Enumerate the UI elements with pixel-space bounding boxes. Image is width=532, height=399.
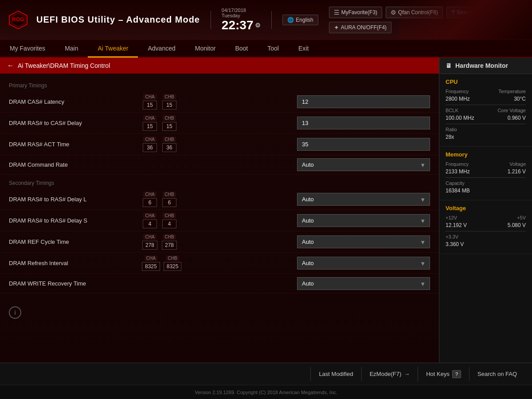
nav-main[interactable]: Main (55, 40, 88, 58)
ras-ras-s-control: Auto ▼ (297, 214, 430, 227)
hw-mem-freq-value: 2133 MHz (446, 168, 470, 175)
ref-cycle-select[interactable]: Auto (297, 235, 430, 248)
ref-cycle-cha-label: CHA (143, 234, 156, 240)
info-icon[interactable]: i (9, 306, 21, 319)
language-button[interactable]: 🌐 English (282, 15, 318, 25)
qfan-label: Qfan Control(F6) (398, 9, 438, 16)
ras-ras-l-select[interactable]: Auto (297, 193, 430, 206)
hw-ratio-value-row: 28x (446, 134, 526, 140)
hw-bclk-value-row: 100.00 MHz 0.960 V (446, 115, 526, 121)
hw-12v-label: +12V (446, 215, 457, 220)
ras-cas-chb-label: CHB (163, 115, 176, 121)
write-recovery-control: Auto ▼ (297, 277, 430, 290)
refresh-interval-chb-value: 8325 (164, 262, 182, 271)
hw-capacity-value: 16384 MB (446, 188, 470, 194)
refresh-interval-chb-label: CHB (166, 255, 179, 261)
hw-bclk-label: BCLK (446, 108, 458, 113)
aura-icon: ✦ (334, 24, 339, 31)
refresh-interval-select-wrapper: Auto ▼ (297, 257, 430, 270)
hotkeys-key-badge: ? (452, 370, 461, 378)
ras-to-cas-input[interactable] (297, 117, 430, 129)
write-recovery-label: DRAM WRITE Recovery Time (9, 280, 133, 287)
hw-cpu-title: CPU (446, 78, 526, 85)
ras-ras-s-chb-badge: CHB 4 (161, 213, 177, 228)
ras-ras-s-select[interactable]: Auto (297, 214, 430, 227)
ras-act-label: DRAM RAS# ACT Time (9, 141, 133, 148)
cas-latency-label: DRAM CAS# Latency (9, 98, 133, 105)
hw-cpu-section: CPU Frequency Temperature 2800 MHz 30°C … (439, 74, 532, 147)
nav-ai-tweaker[interactable]: Ai Tweaker (88, 40, 138, 58)
header-date: 04/17/2018 Tuesday (222, 8, 261, 18)
ref-cycle-channels: CHA 278 CHB 278 (142, 234, 177, 250)
header: ROG UEFI BIOS Utility – Advanced Mode 04… (0, 0, 532, 40)
setting-row-command-rate: DRAM Command Rate Auto 1T 2T ▼ (0, 155, 439, 175)
ras-ras-s-cha-value: 4 (143, 219, 157, 228)
hw-mem-freq-value-row: 2133 MHz 1.216 V (446, 168, 526, 175)
ras-act-cha-value: 36 (143, 143, 157, 152)
write-recovery-select[interactable]: Auto (297, 277, 430, 290)
search-faq-button[interactable]: Search on FAQ (469, 367, 525, 381)
nav-monitor[interactable]: Monitor (185, 40, 226, 58)
cas-latency-input[interactable] (297, 95, 430, 108)
ras-ras-l-chb-label: CHB (163, 192, 176, 197)
hw-bclk-row: BCLK Core Voltage (446, 108, 526, 113)
hw-capacity-row: Capacity (446, 180, 526, 186)
ras-ras-l-chb-value: 6 (162, 198, 176, 207)
header-buttons: ☰ MyFavorite(F3) ⚙ Qfan Control(F6) ? Se… (329, 7, 525, 33)
qfan-button[interactable]: ⚙ Qfan Control(F6) (386, 7, 443, 18)
star-icon: ☰ (334, 9, 340, 16)
settings-gear-icon[interactable]: ⚙ (255, 22, 261, 29)
ezmode-arrow-icon: → (404, 371, 410, 377)
search-faq-label: Search on FAQ (477, 371, 517, 377)
myfavorite-button[interactable]: ☰ MyFavorite(F3) (329, 7, 382, 18)
search-label: Search(F9) (457, 9, 483, 16)
search-button[interactable]: ? Search(F9) (446, 7, 488, 18)
nav-tool[interactable]: Tool (258, 40, 289, 58)
back-arrow-icon[interactable]: ← (7, 62, 14, 70)
ref-cycle-chb-label: CHB (163, 234, 176, 240)
ras-ras-l-control: Auto ▼ (297, 193, 430, 206)
hw-core-volt-value: 0.960 V (508, 115, 526, 121)
ref-cycle-cha-badge: CHA 278 (142, 234, 158, 250)
command-rate-select[interactable]: Auto 1T 2T (297, 158, 430, 171)
hw-ratio-row: Ratio (446, 127, 526, 132)
cas-latency-channels: CHA 15 CHB 15 (142, 94, 177, 110)
nav-my-favorites[interactable]: My Favorites (0, 40, 55, 58)
refresh-interval-select[interactable]: Auto (297, 257, 430, 270)
nav-advanced[interactable]: Advanced (138, 40, 185, 58)
hw-mem-freq-label: Frequency (446, 161, 469, 167)
hw-voltage-title: Voltage (446, 205, 526, 211)
nav-boot[interactable]: Boot (225, 40, 258, 58)
cas-cha-value: 15 (143, 101, 157, 110)
language-label: English (296, 17, 313, 23)
ras-ras-l-cha-badge: CHA 6 (142, 192, 158, 207)
ras-act-input[interactable] (297, 138, 430, 151)
hw-12v-value-row: 12.192 V 5.080 V (446, 222, 526, 228)
myfavorite-label: MyFavorite(F3) (341, 9, 377, 16)
info-icon-area: i (0, 297, 439, 328)
search-icon: ? (451, 9, 455, 16)
hw-cpu-temp-label: Temperature (498, 89, 526, 94)
hw-cpu-temp-value: 30°C (514, 96, 526, 102)
last-modified-button[interactable]: Last Modified (310, 367, 361, 381)
setting-row-ref-cycle: DRAM REF Cycle Time CHA 278 CHB 278 Auto (0, 231, 439, 253)
version-bar: Version 2.19.1269. Copyright (C) 2018 Am… (0, 385, 532, 399)
ezmode-button[interactable]: EzMode(F7) → (361, 367, 418, 381)
setting-row-cas-latency: DRAM CAS# Latency CHA 15 CHB 15 (0, 91, 439, 113)
hw-33v-label: +3.3V (446, 234, 458, 239)
ezmode-label: EzMode(F7) (370, 371, 402, 377)
fan-icon: ⚙ (391, 9, 396, 16)
ref-cycle-label: DRAM REF Cycle Time (9, 239, 133, 245)
hw-33v-value: 3.360 V (446, 241, 464, 247)
nav-exit[interactable]: Exit (289, 40, 318, 58)
hw-memory-title: Memory (446, 151, 526, 158)
hw-ratio-label: Ratio (446, 127, 457, 132)
aura-button[interactable]: ✦ AURA ON/OFF(F4) (329, 22, 391, 33)
hotkeys-button[interactable]: Hot Keys ? (418, 367, 469, 382)
primary-timings-label: Primary Timings (0, 77, 439, 91)
ras-ras-s-cha-badge: CHA 4 (142, 213, 158, 228)
ras-ras-s-cha-label: CHA (143, 213, 156, 219)
refresh-interval-cha-badge: CHA 8325 (142, 255, 160, 271)
hw-mem-volt-value: 1.216 V (508, 168, 526, 175)
hw-cpu-divider-2 (446, 124, 526, 124)
